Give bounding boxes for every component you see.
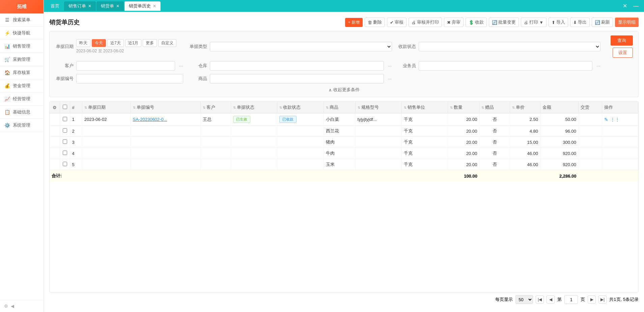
col-doc-no[interactable]: 单据编号 bbox=[131, 102, 200, 113]
print-button[interactable]: 🖨 打印 ▼ bbox=[521, 18, 547, 27]
col-action: 操作 bbox=[602, 102, 638, 113]
row-checkbox[interactable] bbox=[63, 151, 67, 155]
col-spec[interactable]: 规格型号 bbox=[355, 102, 401, 113]
settings-icon[interactable]: ⚙ bbox=[4, 304, 8, 309]
toolbar: + 新增 🗑 删除 ✔ 审核 🖨 审核并打印 ✖ 弃审 bbox=[345, 18, 639, 27]
col-customer[interactable]: 客户 bbox=[201, 102, 231, 113]
doc-status-badge-0: 已生效 bbox=[233, 116, 250, 123]
tab-sales-order[interactable]: 销售订单 ✕ bbox=[64, 1, 96, 11]
finance-icon: 💰 bbox=[4, 83, 10, 89]
review-print-button[interactable]: 🖨 审核并打印 bbox=[409, 18, 442, 27]
col-gift[interactable]: 赠品 bbox=[479, 102, 510, 113]
row-checkbox[interactable] bbox=[63, 117, 67, 121]
sidebar-item-system[interactable]: ⚙️ 系统管理 bbox=[0, 119, 44, 132]
tab-sales-order-close[interactable]: ✕ bbox=[88, 4, 91, 8]
collapse-icon[interactable]: ◀ bbox=[11, 304, 14, 309]
next-page-button[interactable]: ▶ bbox=[588, 295, 596, 304]
sidebar-item-quicknav[interactable]: ⚡ 快捷导航 bbox=[0, 27, 44, 40]
edit-icon-0[interactable]: ✎ bbox=[604, 117, 608, 122]
setting-button[interactable]: 设置 bbox=[613, 48, 633, 58]
sidebar-item-label: 快捷导航 bbox=[13, 30, 30, 36]
staff-input[interactable] bbox=[419, 61, 593, 71]
col-collect-status[interactable]: 收款状态 bbox=[277, 102, 324, 113]
delete-button[interactable]: 🗑 删除 bbox=[365, 18, 385, 27]
date-btn-today[interactable]: 今天 bbox=[92, 39, 106, 47]
export-button[interactable]: ⬇ 导出 bbox=[570, 18, 590, 27]
first-page-button[interactable]: |◀ bbox=[536, 295, 544, 304]
col-qty[interactable]: 数量 bbox=[448, 102, 479, 113]
last-page-button[interactable]: ▶| bbox=[598, 295, 607, 304]
page-size-select[interactable]: 50 100 200 bbox=[515, 295, 533, 304]
collect-status-select[interactable] bbox=[419, 42, 601, 51]
col-rowno: # bbox=[70, 102, 82, 113]
col-doc-date[interactable]: 单据日期 bbox=[82, 102, 131, 113]
warehouse-dots[interactable]: ··· bbox=[388, 63, 392, 69]
total-qty: 100.00 bbox=[448, 170, 479, 182]
batch-change-button[interactable]: 🔄 批量变更 bbox=[489, 18, 519, 27]
product-dots[interactable]: ··· bbox=[388, 76, 392, 81]
window-close-icon[interactable]: ✕ bbox=[620, 3, 630, 9]
search-row-1: 单据日期 昨天 今天 近7天 近1月 更多 自定义 2023-06-02 至 2… bbox=[55, 35, 633, 58]
doc-type-select[interactable] bbox=[210, 42, 392, 51]
more-icon-0[interactable]: ⋮⋮ bbox=[610, 117, 620, 122]
tab-sales-history[interactable]: 销货单历史 ✕ bbox=[124, 1, 161, 11]
total-qty-cell bbox=[82, 170, 448, 182]
sidebar-item-inventory[interactable]: 🏠 库存核算 bbox=[0, 66, 44, 79]
customer-field: 客户 ··· bbox=[55, 61, 183, 71]
page-unit-label: 页 bbox=[581, 296, 585, 303]
col-settings[interactable]: ⚙ bbox=[50, 102, 60, 113]
sidebar-item-sales[interactable]: 📊 销售管理 bbox=[0, 40, 44, 53]
col-unit[interactable]: 销售单位 bbox=[401, 102, 448, 113]
select-all-checkbox[interactable] bbox=[63, 105, 67, 109]
staff-dots[interactable]: ··· bbox=[596, 63, 600, 69]
product-input[interactable] bbox=[210, 74, 384, 83]
refresh-button[interactable]: 🔃 刷新 bbox=[592, 18, 613, 27]
page-label: 第 bbox=[557, 296, 562, 303]
sidebar-item-baseinfo[interactable]: 📋 基础信息 bbox=[0, 106, 44, 119]
review-button[interactable]: ✔ 审核 bbox=[387, 18, 407, 27]
import-button[interactable]: ⬆ 导入 bbox=[549, 18, 568, 27]
import-icon: ⬆ bbox=[552, 20, 555, 25]
review-icon: ✔ bbox=[390, 20, 394, 25]
total-label: 合计: bbox=[50, 170, 82, 182]
tab-sales-invoice[interactable]: 销货单 ✕ bbox=[96, 1, 124, 11]
tab-bar: 首页 销售订单 ✕ 销货单 ✕ 销货单历史 ✕ ✕ — bbox=[44, 0, 644, 12]
col-checkbox[interactable] bbox=[60, 102, 70, 113]
doc-no-input[interactable] bbox=[76, 74, 183, 83]
date-btn-1month[interactable]: 近1月 bbox=[125, 39, 142, 47]
sidebar-item-search[interactable]: ☰ 搜索菜单 bbox=[0, 14, 44, 27]
date-btn-custom[interactable]: 自定义 bbox=[158, 39, 176, 47]
sidebar-item-label: 经营管理 bbox=[13, 96, 30, 102]
abandon-button[interactable]: ✖ 弃审 bbox=[444, 18, 464, 27]
date-btn-7days[interactable]: 近7天 bbox=[107, 39, 124, 47]
customer-input[interactable] bbox=[76, 61, 175, 71]
collect-status-label: 收款状态 bbox=[397, 44, 416, 50]
doc-no-link-0[interactable]: SA-20230602-0... bbox=[133, 117, 167, 122]
show-detail-button[interactable]: 显示明细 bbox=[615, 18, 639, 27]
search-button[interactable]: 查询 bbox=[611, 35, 633, 46]
sidebar-item-purchase[interactable]: 🛒 采购管理 bbox=[0, 53, 44, 66]
date-btn-yesterday[interactable]: 昨天 bbox=[76, 39, 90, 47]
row-checkbox[interactable] bbox=[63, 128, 67, 133]
prev-page-button[interactable]: ◀ bbox=[547, 295, 555, 304]
collect-button[interactable]: 💲 收款 bbox=[466, 18, 487, 27]
tab-sales-invoice-close[interactable]: ✕ bbox=[116, 4, 119, 8]
row-checkbox[interactable] bbox=[63, 162, 67, 166]
col-price[interactable]: 单价 bbox=[510, 102, 540, 113]
tab-home[interactable]: 首页 bbox=[47, 3, 63, 9]
customer-dots[interactable]: ··· bbox=[179, 63, 183, 69]
date-btn-more[interactable]: 更多 bbox=[143, 39, 157, 47]
row-checkbox[interactable] bbox=[63, 139, 67, 144]
sidebar-item-finance[interactable]: 💰 资金管理 bbox=[0, 79, 44, 93]
col-doc-status[interactable]: 单据状态 bbox=[231, 102, 277, 113]
col-product[interactable]: 商品 bbox=[324, 102, 355, 113]
warehouse-input[interactable] bbox=[210, 61, 384, 71]
collapse-button[interactable]: ∧ 收起更多条件 bbox=[329, 87, 360, 93]
collect-status-field: 收款状态 bbox=[397, 42, 601, 51]
window-minimize-icon[interactable]: — bbox=[631, 3, 641, 9]
page-number-input[interactable] bbox=[564, 295, 578, 304]
tab-sales-history-close[interactable]: ✕ bbox=[153, 4, 156, 8]
new-button[interactable]: + 新增 bbox=[345, 18, 363, 27]
collapse-up-icon: ∧ bbox=[329, 87, 332, 93]
sidebar-item-operation[interactable]: 📈 经营管理 bbox=[0, 93, 44, 106]
